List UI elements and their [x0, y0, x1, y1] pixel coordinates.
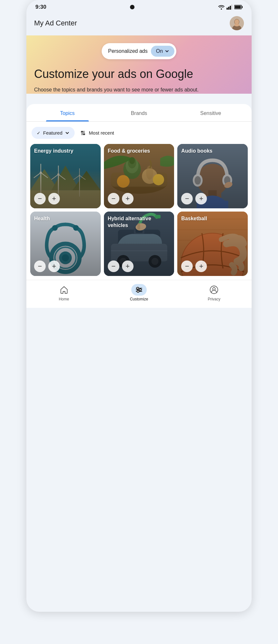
- increase-btn-hybrid[interactable]: +: [122, 260, 134, 272]
- topic-controls-health: − +: [34, 260, 60, 272]
- tab-brands[interactable]: Brands: [103, 104, 175, 121]
- svg-point-84: [210, 286, 218, 294]
- camera-dot: [130, 5, 134, 9]
- wifi-icon: [218, 5, 225, 10]
- home-icon: [60, 286, 68, 294]
- svg-rect-2: [230, 6, 231, 10]
- filter-row: ✓ Featured Most recent: [26, 122, 252, 144]
- personalized-ads-pill[interactable]: Personalized ads On: [102, 43, 176, 59]
- tab-sensitive[interactable]: Sensitive: [175, 104, 246, 121]
- hero-title: Customize your ads on Google: [34, 67, 244, 81]
- battery-icon: [234, 5, 243, 9]
- topic-card-basketball[interactable]: Basketball − +: [177, 212, 248, 276]
- svg-rect-0: [227, 8, 228, 10]
- topic-title-hybrid: Hybrid alternative vehicles: [108, 215, 171, 229]
- topic-title-basketball: Basketball: [181, 215, 244, 222]
- on-label: On: [156, 48, 163, 54]
- increase-btn-audio[interactable]: +: [195, 193, 207, 204]
- nav-home-label: Home: [59, 297, 69, 301]
- svg-rect-3: [231, 5, 232, 10]
- topic-controls-basketball: − +: [181, 260, 207, 272]
- decrease-btn-health[interactable]: −: [34, 260, 46, 272]
- featured-filter[interactable]: ✓ Featured: [32, 127, 75, 139]
- topic-card-audio[interactable]: Audio books − +: [177, 144, 248, 208]
- app-title: My Ad Center: [34, 19, 77, 27]
- signal-icon: [227, 5, 232, 10]
- topic-title-food: Food & groceries: [108, 148, 171, 155]
- decrease-btn-energy[interactable]: −: [34, 193, 46, 204]
- topic-controls-energy: − +: [34, 193, 60, 204]
- svg-rect-1: [228, 7, 229, 10]
- svg-point-10: [235, 19, 239, 24]
- most-recent-sort[interactable]: Most recent: [80, 130, 114, 136]
- customize-icon-wrap: [131, 284, 147, 296]
- chevron-down-icon: [165, 49, 169, 53]
- svg-point-81: [139, 289, 141, 291]
- increase-btn-basketball[interactable]: +: [195, 260, 207, 272]
- customize-icon: [135, 286, 143, 294]
- decrease-btn-audio[interactable]: −: [181, 193, 193, 204]
- topic-controls-audio: − +: [181, 193, 207, 204]
- topic-title-energy: Energy industry: [34, 148, 97, 155]
- hero-subtitle: Choose the topics and brands you want to…: [34, 86, 244, 94]
- nav-privacy-label: Privacy: [208, 297, 220, 301]
- status-time: 9:30: [35, 4, 46, 10]
- sort-icon: [80, 130, 86, 136]
- hero-banner: Personalized ads On Customize your ads o…: [26, 35, 252, 94]
- check-icon: ✓: [37, 130, 41, 136]
- status-icons: [218, 5, 243, 10]
- svg-rect-5: [242, 6, 243, 8]
- decrease-btn-hybrid[interactable]: −: [108, 260, 119, 272]
- tab-bar: Topics Brands Sensitive: [26, 104, 252, 122]
- nav-customize-label: Customize: [130, 297, 148, 301]
- topic-controls-food: − +: [108, 193, 134, 204]
- decrease-btn-food[interactable]: −: [108, 193, 119, 204]
- privacy-icon: [210, 286, 218, 294]
- chevron-down-icon: [65, 131, 70, 135]
- svg-point-80: [137, 287, 139, 289]
- avatar[interactable]: [230, 16, 244, 30]
- bottom-nav: Home Customize: [26, 280, 252, 308]
- topic-title-health: Health: [34, 215, 97, 222]
- increase-btn-energy[interactable]: +: [48, 193, 60, 204]
- nav-home[interactable]: Home: [26, 284, 101, 301]
- nav-privacy[interactable]: Privacy: [177, 284, 252, 301]
- topic-card-food[interactable]: Food & groceries − +: [104, 144, 174, 208]
- increase-btn-health[interactable]: +: [48, 260, 60, 272]
- tab-topics[interactable]: Topics: [32, 104, 103, 121]
- personalized-ads-label: Personalized ads: [108, 48, 148, 54]
- app-header: My Ad Center: [26, 13, 252, 35]
- increase-btn-food[interactable]: +: [122, 193, 134, 204]
- topics-grid: Energy industry − +: [26, 144, 252, 280]
- topic-card-hybrid[interactable]: Hybrid alternative vehicles − +: [104, 212, 174, 276]
- decrease-btn-basketball[interactable]: −: [181, 260, 193, 272]
- svg-rect-6: [235, 6, 241, 9]
- topic-title-audio: Audio books: [181, 148, 244, 155]
- featured-label: Featured: [43, 130, 62, 136]
- privacy-icon-wrap: [206, 284, 222, 296]
- svg-point-83: [213, 288, 215, 290]
- most-recent-label: Most recent: [89, 130, 114, 136]
- topic-card-health[interactable]: Health − +: [30, 212, 101, 276]
- topic-controls-hybrid: − +: [108, 260, 134, 272]
- home-icon-wrap: [56, 284, 72, 296]
- svg-point-82: [137, 290, 139, 292]
- tabs-container: Topics Brands Sensitive ✓ Featured: [26, 104, 252, 280]
- nav-customize[interactable]: Customize: [101, 284, 176, 301]
- topic-card-energy[interactable]: Energy industry − +: [30, 144, 101, 208]
- on-dropdown[interactable]: On: [151, 46, 174, 57]
- status-bar: 9:30: [26, 0, 252, 13]
- phone-wrapper: 9:30 My Ad Center: [26, 0, 252, 612]
